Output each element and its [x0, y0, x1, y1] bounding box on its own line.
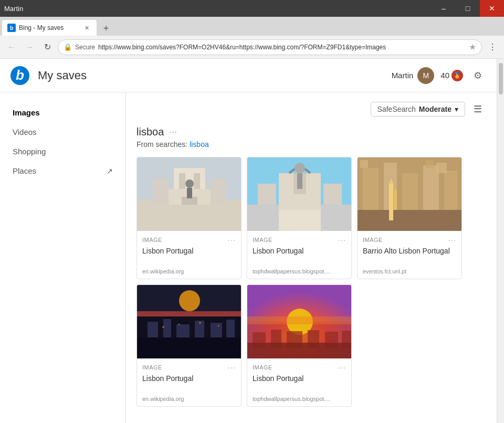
svg-rect-16 — [297, 173, 302, 189]
svg-rect-37 — [137, 311, 242, 316]
image-info-4: IMAGE ··· Lisbon Portugal en.wikipedia.o… — [137, 358, 241, 406]
svg-point-15 — [295, 163, 305, 173]
image-source-4: en.wikipedia.org — [142, 396, 236, 402]
list-item[interactable]: IMAGE ··· Lisbon Portugal en.wikipedia.o… — [136, 157, 242, 279]
svg-rect-10 — [182, 197, 197, 205]
title-bar: Martin – □ ✕ — [0, 0, 504, 17]
sidebar-item-places-label: Places — [13, 166, 36, 175]
svg-rect-38 — [148, 322, 158, 337]
list-view-button[interactable]: ☰ — [469, 101, 486, 118]
image-placeholder-3 — [358, 157, 462, 231]
search-group-sub-link[interactable]: lisboa — [190, 140, 209, 149]
bing-logo-letter: b — [16, 67, 24, 83]
reward-count: 40 🏅 — [440, 70, 463, 81]
image-source-2: tophdwallpapersus.blogspot.... — [253, 268, 346, 274]
maximize-button[interactable]: □ — [456, 0, 480, 17]
safesearch-value: Moderate — [419, 105, 452, 113]
safesearch-bar: SafeSearch Moderate ▾ ☰ — [136, 101, 486, 118]
sidebar-item-images[interactable]: Images — [0, 103, 125, 122]
image-type-4: IMAGE ··· — [142, 363, 236, 372]
star-icon[interactable]: ★ — [469, 42, 476, 52]
sidebar-item-shopping-label: Shopping — [13, 147, 46, 156]
svg-rect-31 — [360, 160, 368, 168]
image-source-3: eventos.fct.unl.pt — [363, 268, 456, 274]
image-source-1: en.wikipedia.org — [142, 268, 236, 274]
scrollbar[interactable] — [497, 59, 504, 423]
address-url[interactable]: https://www.bing.com/saves?FORM=O2HV46&r… — [98, 44, 466, 51]
svg-point-36 — [179, 290, 200, 311]
list-item[interactable]: IMAGE ··· Barrio Alto Lisbon Portugal ev… — [357, 157, 462, 279]
title-bar-username: Martin — [4, 5, 23, 13]
image-placeholder-2 — [247, 157, 352, 231]
svg-rect-40 — [176, 324, 190, 337]
minimize-button[interactable]: – — [432, 0, 456, 17]
user-avatar[interactable]: M — [417, 67, 434, 84]
image-title-3: Barrio Alto Lisbon Portugal — [363, 246, 456, 265]
svg-rect-23 — [363, 168, 379, 210]
svg-rect-52 — [247, 316, 352, 324]
new-tab-button[interactable]: + — [99, 21, 113, 36]
sidebar: Images Videos Shopping Places ↗ — [0, 92, 126, 423]
image-more-btn-2[interactable]: ··· — [338, 235, 346, 244]
list-item[interactable]: IMAGE ··· Lisbon Portugal tophdwallpaper… — [247, 157, 352, 279]
forward-button[interactable]: → — [22, 40, 37, 55]
image-thumb-1 — [137, 157, 242, 231]
address-input-wrap[interactable]: 🔒 Secure https://www.bing.com/saves?FORM… — [58, 39, 482, 55]
refresh-button[interactable]: ↻ — [40, 40, 55, 55]
header-username: Martin — [392, 71, 414, 80]
user-info[interactable]: Martin M — [392, 67, 435, 84]
image-more-btn-5[interactable]: ··· — [338, 363, 346, 372]
address-bar: ← → ↻ 🔒 Secure https://www.bing.com/save… — [0, 36, 504, 59]
image-more-btn-4[interactable]: ··· — [227, 363, 236, 372]
reward-number: 40 — [440, 71, 449, 80]
svg-rect-42 — [211, 323, 222, 337]
sidebar-item-shopping[interactable]: Shopping — [0, 142, 125, 161]
image-info-1: IMAGE ··· Lisbon Portugal en.wikipedia.o… — [137, 231, 241, 279]
sidebar-item-videos[interactable]: Videos — [0, 122, 125, 142]
bing-page-title: My saves — [38, 69, 87, 82]
image-source-5: tophdwallpapersus.blogspot.... — [253, 396, 346, 402]
image-more-btn-1[interactable]: ··· — [227, 235, 236, 244]
image-type-2: IMAGE ··· — [253, 235, 346, 244]
tab-close-button[interactable]: ✕ — [82, 23, 91, 33]
image-more-btn-3[interactable]: ··· — [448, 235, 456, 244]
sidebar-item-images-label: Images — [13, 108, 40, 117]
image-title-5: Lisbon Portugal — [253, 374, 346, 393]
image-placeholder-4 — [137, 285, 242, 358]
image-type-5: IMAGE ··· — [253, 363, 346, 372]
svg-rect-27 — [444, 171, 457, 210]
svg-rect-30 — [394, 189, 397, 210]
scroll-thumb[interactable] — [499, 63, 503, 94]
content-area: SafeSearch Moderate ▾ ☰ lisboa ··· From … — [126, 92, 497, 423]
image-type-1: IMAGE ··· — [142, 235, 236, 244]
image-info-5: IMAGE ··· Lisbon Portugal tophdwallpaper… — [247, 358, 351, 406]
tab-title: Bing - My saves — [19, 24, 64, 31]
svg-rect-8 — [153, 178, 169, 205]
image-title-2: Lisbon Portugal — [253, 246, 346, 265]
sidebar-item-places[interactable]: Places ↗ — [0, 161, 125, 181]
sidebar-item-videos-label: Videos — [13, 128, 37, 136]
close-button[interactable]: ✕ — [480, 0, 504, 17]
image-thumb-2 — [247, 157, 352, 231]
image-info-3: IMAGE ··· Barrio Alto Lisbon Portugal ev… — [358, 231, 461, 279]
search-group-more-icon[interactable]: ··· — [169, 126, 177, 138]
list-item[interactable]: IMAGE ··· Lisbon Portugal en.wikipedia.o… — [136, 284, 242, 407]
svg-rect-19 — [247, 205, 279, 231]
image-thumb-4 — [137, 285, 242, 358]
svg-rect-25 — [402, 173, 418, 210]
tab-bing-saves[interactable]: b Bing - My saves ✕ — [2, 20, 97, 36]
menu-button[interactable]: ⋮ — [485, 40, 500, 55]
safesearch-button[interactable]: SafeSearch Moderate ▾ — [371, 102, 465, 117]
back-button[interactable]: ← — [4, 40, 19, 55]
svg-point-45 — [162, 326, 164, 328]
svg-rect-39 — [163, 319, 171, 337]
title-bar-controls: – □ ✕ — [432, 0, 504, 17]
svg-rect-59 — [247, 343, 352, 358]
settings-button[interactable]: ⚙ — [469, 67, 486, 84]
svg-rect-3 — [179, 173, 185, 189]
image-info-2: IMAGE ··· Lisbon Portugal tophdwallpaper… — [247, 231, 351, 279]
bing-header: b My saves Martin M 40 🏅 ⚙ — [0, 59, 497, 92]
svg-rect-4 — [194, 173, 200, 189]
reward-badge-icon: 🏅 — [452, 70, 463, 81]
list-item[interactable]: IMAGE ··· Lisbon Portugal tophdwallpaper… — [247, 284, 352, 407]
